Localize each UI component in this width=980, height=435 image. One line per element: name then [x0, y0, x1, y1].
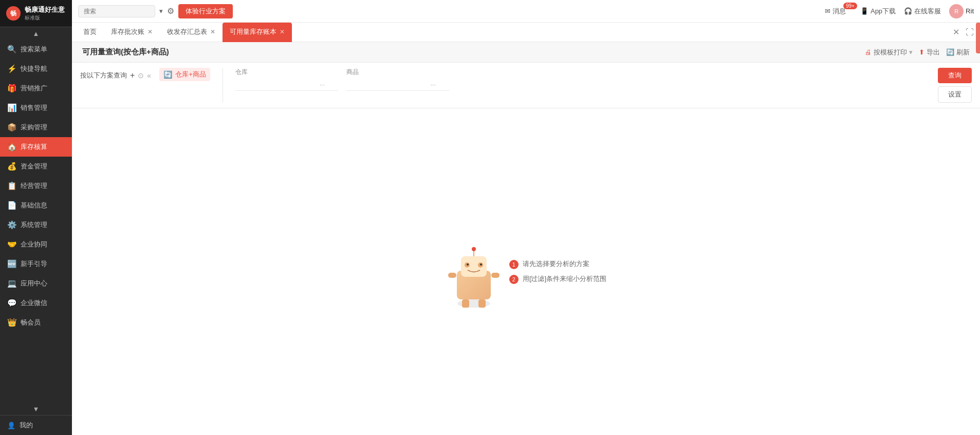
sidebar-item-sales[interactable]: 📊销售管理	[0, 98, 72, 118]
filter-panel: 按以下方案查询 + ⊙ « 🔄 仓库+商品 仓库 ··· 商品	[72, 63, 980, 108]
sidebar-item-cooperation[interactable]: 🤝企业协同	[0, 235, 72, 254]
svg-rect-10	[478, 299, 486, 308]
customer-service-button[interactable]: 🎧 在线客服	[904, 7, 941, 16]
sidebar-item-marketing[interactable]: 🎁营销推广	[0, 79, 72, 98]
product-more-button[interactable]: ···	[431, 81, 436, 88]
tab-home-label: 首页	[83, 27, 97, 36]
refresh-button[interactable]: 🔄 刷新	[946, 48, 970, 57]
dropdown-chevron[interactable]: ▾	[159, 7, 163, 15]
tab-batch-account[interactable]: 库存批次账 ✕	[104, 23, 160, 42]
svg-rect-11	[448, 273, 456, 278]
sidebar-icon-system: ⚙️	[7, 220, 16, 230]
tab-receipt-summary-label: 收发存汇总表	[167, 27, 207, 36]
tip-1-text: 请先选择要分析的方案	[523, 259, 589, 269]
close-current-tab-button[interactable]: ✕	[951, 25, 961, 39]
gear-icon[interactable]: ⚙	[167, 6, 174, 16]
settings-button[interactable]: 设置	[938, 86, 972, 103]
warehouse-more-button[interactable]: ···	[320, 81, 325, 88]
tab-batch-account-close[interactable]: ✕	[147, 28, 153, 35]
sidebar-label-finance: 资金管理	[21, 162, 47, 171]
filter-label-group: 按以下方案查询 + ⊙ «	[80, 68, 151, 80]
warehouse-input[interactable]	[235, 81, 318, 88]
sidebar-label-basic: 基础信息	[21, 201, 47, 210]
sidebar-bottom-item[interactable]: 👤 我的	[0, 415, 72, 435]
avatar: R	[949, 4, 964, 18]
warehouse-input-wrapper: ···	[235, 79, 338, 91]
sidebar-label-search: 搜索菜单	[21, 45, 47, 54]
sidebar-title-block: 畅康通好生意 标准版	[25, 5, 65, 22]
sidebar-subtitle: 标准版	[25, 14, 65, 22]
sidebar-label-cooperation: 企业协同	[21, 240, 47, 249]
warehouse-field-group: 仓库 ···	[235, 68, 338, 91]
sidebar-label-inventory: 库存核算	[21, 142, 47, 152]
message-button[interactable]: ✉ 消息 99+	[825, 7, 852, 16]
search-input[interactable]	[78, 5, 155, 17]
sidebar-label-member: 畅会员	[21, 318, 41, 327]
sidebar-icon-search: 🔍	[7, 45, 16, 54]
sidebar-icon-marketing: 🎁	[7, 84, 16, 93]
sidebar-label-marketing: 营销推广	[21, 84, 47, 93]
sidebar-label-app-center: 应用中心	[21, 279, 47, 288]
tab-receipt-summary-close[interactable]: ✕	[210, 28, 215, 35]
print-dropdown-icon[interactable]: ▾	[909, 48, 913, 56]
refresh-icon: 🔄	[946, 48, 954, 56]
sidebar-icon-basic: 📄	[7, 201, 16, 210]
tip-1-number: 1	[509, 260, 519, 269]
scheme-label: 仓库+商品	[175, 70, 206, 79]
trial-button[interactable]: 体验行业方案	[178, 4, 233, 18]
sidebar-item-finance[interactable]: 💰资金管理	[0, 157, 72, 176]
sidebar-item-search[interactable]: 🔍搜索菜单	[0, 40, 72, 59]
sidebar-item-member[interactable]: 👑畅会员	[0, 313, 72, 332]
sidebar-icon-inventory: 🏠	[7, 142, 16, 152]
sidebar-label-wechat: 企业微信	[21, 298, 47, 308]
filter-add-icon[interactable]: +	[130, 71, 135, 80]
sidebar: 畅 畅康通好生意 标准版 ▲ 🔍搜索菜单⚡快捷导航🎁营销推广📊销售管理📦采购管理…	[0, 0, 72, 435]
sidebar-item-inventory[interactable]: 🏠库存核算	[0, 137, 72, 157]
sidebar-item-app-center[interactable]: 💻应用中心	[0, 274, 72, 293]
maximize-tab-button[interactable]: ⛶	[964, 26, 976, 39]
query-button[interactable]: 查询	[938, 68, 972, 83]
user-menu[interactable]: R Rit	[949, 4, 974, 18]
warehouse-field-label: 仓库	[235, 68, 338, 77]
print-button[interactable]: 🖨 按模板打印 ▾	[865, 48, 913, 57]
tab-available-account-label: 可用量库存账本	[230, 27, 276, 36]
tab-receipt-summary[interactable]: 收发存汇总表 ✕	[160, 23, 223, 42]
product-input[interactable]	[346, 81, 429, 88]
tab-available-account-close[interactable]: ✕	[280, 28, 285, 35]
tab-home[interactable]: 首页	[76, 23, 104, 42]
sidebar-icon-wechat: 💬	[7, 298, 16, 308]
tab-available-account[interactable]: 可用量库存账本 ✕	[223, 23, 292, 42]
app-download-button[interactable]: 📱 App下载	[860, 7, 896, 16]
tip-2-text: 用[过滤]条件来缩小分析范围	[523, 274, 606, 283]
export-button[interactable]: ⬆ 导出	[919, 48, 940, 57]
tabs-bar: 首页 库存批次账 ✕ 收发存汇总表 ✕ 可用量库存账本 ✕ ✕ ⛶	[72, 23, 980, 42]
product-field-group: 商品 ···	[346, 68, 449, 91]
svg-point-6	[480, 263, 482, 266]
filter-scheme-list: 🔄 仓库+商品	[159, 68, 210, 81]
filter-fields: 仓库 ··· 商品 ···	[235, 68, 921, 91]
sidebar-item-operation[interactable]: 📋经营管理	[0, 176, 72, 196]
sidebar-scroll-down[interactable]: ▼	[0, 403, 72, 415]
sidebar-item-guide[interactable]: 🆕新手引导	[0, 254, 72, 274]
filter-collapse-icon[interactable]: «	[147, 71, 151, 80]
sidebar-item-quick-nav[interactable]: ⚡快捷导航	[0, 59, 72, 79]
sidebar-label-purchase: 采购管理	[21, 123, 47, 132]
sidebar-scroll-up[interactable]: ▲	[0, 27, 72, 40]
sidebar-item-wechat[interactable]: 💬企业微信	[0, 293, 72, 313]
sidebar-icon-guide: 🆕	[7, 259, 16, 269]
right-scroll-indicator	[976, 23, 980, 53]
scheme-item[interactable]: 🔄 仓库+商品	[159, 68, 210, 81]
sidebar-item-purchase[interactable]: 📦采购管理	[0, 118, 72, 137]
refresh-label: 刷新	[956, 48, 970, 57]
filter-settings-icon[interactable]: ⊙	[138, 71, 144, 80]
sidebar-item-system[interactable]: ⚙️系统管理	[0, 215, 72, 235]
topbar-right: ✉ 消息 99+ 📱 App下载 🎧 在线客服 R Rit	[825, 4, 974, 18]
app-download-label: App下载	[871, 7, 896, 16]
empty-tips: 1 请先选择要分析的方案 2 用[过滤]条件来缩小分析范围	[509, 259, 606, 284]
empty-tip-1: 1 请先选择要分析的方案	[509, 259, 606, 269]
sidebar-icon-cooperation: 🤝	[7, 240, 16, 249]
sidebar-icon-finance: 💰	[7, 162, 16, 171]
sidebar-logo: 畅	[6, 6, 21, 21]
sidebar-item-basic[interactable]: 📄基础信息	[0, 196, 72, 215]
headset-icon: 🎧	[904, 7, 912, 15]
